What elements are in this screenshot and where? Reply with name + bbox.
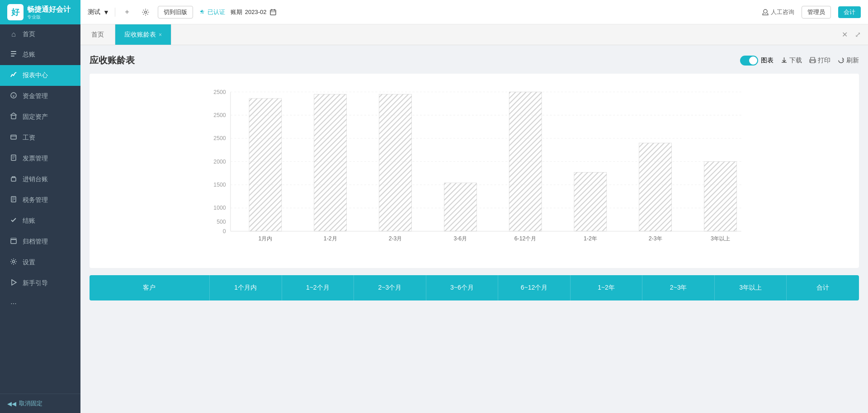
project-name: 测试 bbox=[88, 8, 100, 16]
sidebar-item-salary[interactable]: 工资 bbox=[0, 127, 80, 148]
chart-toggle[interactable]: 图表 bbox=[740, 56, 774, 66]
calendar-icon bbox=[269, 9, 277, 16]
topbar: 测试 ▼ ＋ 切到旧版 已认证 账期 2023-02 人工咨询 管理员 会计 bbox=[80, 0, 868, 24]
svg-rect-47 bbox=[314, 94, 347, 231]
add-project-button[interactable]: ＋ bbox=[121, 5, 133, 19]
sidebar-item-more[interactable]: ··· bbox=[0, 294, 80, 314]
svg-rect-46 bbox=[249, 99, 282, 231]
download-button[interactable]: 下载 bbox=[781, 56, 802, 65]
sidebar-item-guide[interactable]: 新手引导 bbox=[0, 273, 80, 294]
svg-text:3年以上: 3年以上 bbox=[711, 235, 730, 242]
user-button[interactable]: 管理员 bbox=[802, 6, 831, 19]
inventory-icon bbox=[9, 175, 18, 184]
main-area: 测试 ▼ ＋ 切到旧版 已认证 账期 2023-02 人工咨询 管理员 会计 bbox=[80, 0, 868, 413]
sidebar-item-report[interactable]: 报表中心 bbox=[0, 65, 80, 86]
sidebar-item-invoice[interactable]: 发票管理 bbox=[0, 148, 80, 169]
svg-rect-18 bbox=[11, 238, 16, 239]
chevron-down-icon: ▼ bbox=[103, 9, 109, 16]
table-header-total: 合计 bbox=[787, 275, 859, 300]
accounting-period: 账期 2023-02 bbox=[231, 8, 277, 16]
chart-toggle-label: 图表 bbox=[761, 56, 774, 65]
svg-text:2500: 2500 bbox=[213, 112, 226, 118]
svg-text:¥: ¥ bbox=[12, 94, 15, 98]
svg-text:1月内: 1月内 bbox=[259, 235, 273, 242]
svg-point-21 bbox=[144, 11, 146, 13]
sidebar-item-settle[interactable]: 结账 bbox=[0, 211, 80, 231]
report-actions: 图表 下载 打印 刷新 bbox=[740, 56, 859, 66]
content-area: 应收账龄表 图表 下载 打印 刷新 bbox=[80, 45, 868, 413]
tabbar-right: ✕ ⤢ bbox=[840, 28, 868, 41]
svg-text:2500: 2500 bbox=[213, 89, 226, 95]
logo-icon: 好 bbox=[7, 4, 24, 20]
table-header-3-6month: 3~6个月 bbox=[426, 275, 499, 300]
switch-old-version-button[interactable]: 切到旧版 bbox=[158, 6, 193, 19]
sidebar-item-tax[interactable]: 税务管理 bbox=[0, 190, 80, 211]
settings-icon bbox=[9, 258, 18, 267]
sidebar-item-archive[interactable]: 归档管理 bbox=[0, 231, 80, 252]
chart-card: 2500 2500 2500 2000 1500 1000 500 0 bbox=[90, 74, 859, 268]
verified-badge: 已认证 bbox=[198, 8, 225, 16]
table-header-row: 客户 1个月内 1~2个月 2~3个月 3~6个月 6~12个月 bbox=[90, 275, 859, 300]
role-button[interactable]: 会计 bbox=[838, 6, 861, 18]
sidebar-item-settings[interactable]: 设置 bbox=[0, 252, 80, 273]
guide-icon bbox=[9, 279, 18, 288]
sidebar-item-home[interactable]: ⌂ 首页 bbox=[0, 24, 80, 44]
svg-rect-51 bbox=[574, 172, 607, 231]
sidebar-item-ledger[interactable]: 总账 bbox=[0, 44, 80, 65]
report-title: 应收账龄表 bbox=[90, 54, 135, 66]
table-header-customer: 客户 bbox=[90, 275, 210, 300]
svg-rect-52 bbox=[639, 143, 672, 231]
svg-rect-1 bbox=[11, 53, 16, 54]
table-header-6-12month: 6~12个月 bbox=[498, 275, 571, 300]
tab-close-all-button[interactable]: ✕ bbox=[840, 28, 849, 41]
table-header-1-2year: 1~2年 bbox=[571, 275, 643, 300]
fund-icon: ¥ bbox=[9, 92, 18, 101]
table-header-1month: 1个月内 bbox=[210, 275, 282, 300]
download-icon bbox=[781, 57, 788, 64]
period-value: 2023-02 bbox=[245, 9, 267, 15]
svg-rect-8 bbox=[11, 155, 16, 160]
svg-marker-20 bbox=[12, 280, 16, 285]
sidebar-item-inventory[interactable]: 进销台账 bbox=[0, 169, 80, 190]
svg-rect-5 bbox=[11, 115, 16, 119]
svg-rect-11 bbox=[11, 178, 16, 181]
sidebar-logo: 好 畅捷通好会计 专业版 bbox=[0, 0, 80, 24]
svg-text:500: 500 bbox=[217, 219, 226, 225]
svg-text:1500: 1500 bbox=[213, 182, 226, 188]
svg-rect-6 bbox=[11, 135, 16, 139]
toggle-track[interactable] bbox=[740, 56, 758, 66]
sidebar-item-fund[interactable]: ¥ 资金管理 bbox=[0, 86, 80, 107]
cancel-fixed-button[interactable]: ◀◀ 取消固定 bbox=[0, 394, 80, 413]
project-selector[interactable]: 测试 ▼ bbox=[88, 8, 109, 16]
sidebar-item-assets[interactable]: 固定资产 bbox=[0, 107, 80, 127]
table-header-1-2month: 1~2个月 bbox=[282, 275, 354, 300]
tax-icon bbox=[9, 196, 18, 205]
customer-service-button[interactable]: 人工咨询 bbox=[762, 8, 794, 16]
print-button[interactable]: 打印 bbox=[809, 56, 830, 65]
svg-text:2000: 2000 bbox=[213, 159, 226, 165]
archive-icon bbox=[9, 237, 18, 246]
report-header: 应收账龄表 图表 下载 打印 刷新 bbox=[90, 54, 859, 66]
report-icon bbox=[9, 71, 18, 80]
table-header-2-3month: 2~3个月 bbox=[354, 275, 426, 300]
tab-expand-button[interactable]: ⤢ bbox=[853, 28, 863, 41]
tab-close-button[interactable]: × bbox=[159, 32, 162, 38]
svg-text:0: 0 bbox=[223, 228, 226, 235]
sidebar-nav: ⌂ 首页 总账 报表中心 ¥ 资金管理 固定资产 bbox=[0, 24, 80, 394]
table-header-2-3year: 2~3年 bbox=[642, 275, 715, 300]
topbar-right: 人工咨询 管理员 会计 bbox=[762, 6, 861, 19]
tab-accounts-receivable-aging[interactable]: 应收账龄表 × bbox=[115, 24, 171, 45]
svg-text:1-2年: 1-2年 bbox=[584, 235, 597, 242]
tab-home[interactable]: 首页 bbox=[80, 24, 115, 45]
svg-text:1000: 1000 bbox=[213, 205, 226, 211]
sidebar: 好 畅捷通好会计 专业版 ⌂ 首页 总账 报表中心 ¥ 资金管理 bbox=[0, 0, 80, 413]
tabbar: 首页 应收账龄表 × ✕ ⤢ bbox=[80, 24, 868, 45]
settle-icon bbox=[9, 216, 18, 225]
svg-point-19 bbox=[13, 261, 15, 263]
logo-text: 畅捷通好会计 专业版 bbox=[27, 5, 71, 20]
salary-icon bbox=[9, 133, 18, 142]
pin-icon: ◀◀ bbox=[7, 400, 16, 407]
refresh-button[interactable]: 刷新 bbox=[838, 56, 859, 65]
svg-rect-50 bbox=[509, 92, 542, 231]
settings-button[interactable] bbox=[139, 6, 152, 18]
